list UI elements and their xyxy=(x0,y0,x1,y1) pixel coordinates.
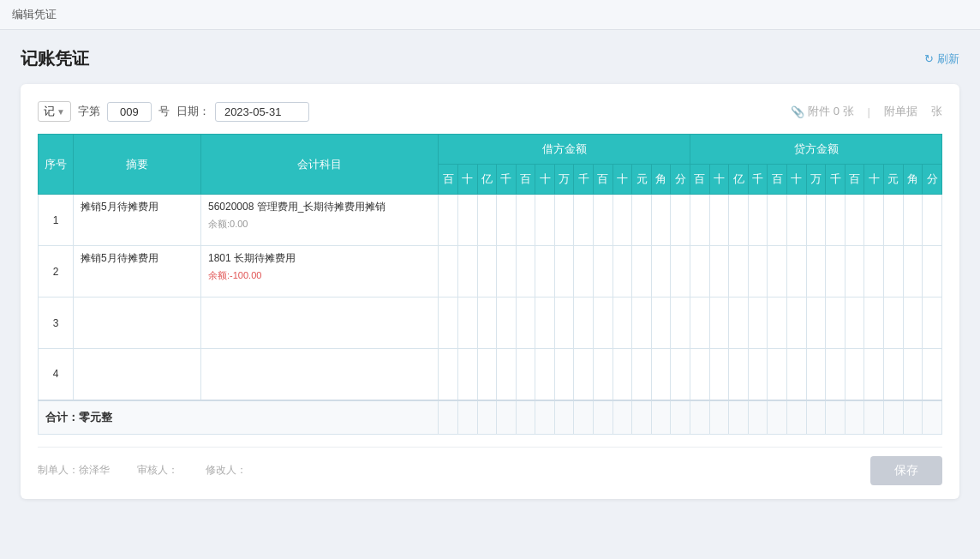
row1-credit-d1[interactable] xyxy=(709,246,729,298)
total-credit-d12[interactable] xyxy=(903,400,923,435)
row0-credit-d0[interactable] xyxy=(690,195,710,246)
row2-debit-d12[interactable] xyxy=(671,298,690,349)
row0-credit-d10[interactable] xyxy=(884,195,904,246)
row2-debit-d8[interactable] xyxy=(594,298,613,349)
total-debit-d12[interactable] xyxy=(651,400,671,435)
row2-credit-d4[interactable] xyxy=(768,298,787,349)
total-debit-d3[interactable] xyxy=(477,400,497,435)
row3-debit-d11[interactable] xyxy=(651,349,671,400)
row-summary-2[interactable] xyxy=(74,298,201,349)
row1-credit-d10[interactable] xyxy=(884,246,904,298)
attach-single-label[interactable]: 附单据 xyxy=(884,104,917,119)
date-input[interactable] xyxy=(215,102,309,122)
total-debit-d1[interactable] xyxy=(439,400,458,435)
row3-credit-d0[interactable] xyxy=(690,349,710,400)
row2-credit-d11[interactable] xyxy=(903,298,923,349)
row1-credit-d8[interactable] xyxy=(845,246,864,298)
row0-credit-d3[interactable] xyxy=(748,195,768,246)
row0-credit-d2[interactable] xyxy=(729,195,749,246)
row2-debit-d4[interactable] xyxy=(516,298,535,349)
total-credit-d10[interactable] xyxy=(864,400,884,435)
row0-credit-d5[interactable] xyxy=(787,195,807,246)
row1-debit-d8[interactable] xyxy=(594,246,613,298)
total-credit-d3[interactable] xyxy=(729,400,749,435)
row1-debit-d6[interactable] xyxy=(554,246,574,298)
row0-debit-d12[interactable] xyxy=(671,195,690,246)
row0-credit-d6[interactable] xyxy=(806,195,826,246)
row-subject-0[interactable]: 56020008 管理费用_长期待摊费用摊销余额:0.00 xyxy=(201,195,439,246)
row0-credit-d4[interactable] xyxy=(768,195,787,246)
total-credit-d11[interactable] xyxy=(884,400,904,435)
total-debit-d8[interactable] xyxy=(574,400,594,435)
row1-debit-d12[interactable] xyxy=(671,246,690,298)
row1-credit-d2[interactable] xyxy=(729,246,749,298)
row1-credit-d5[interactable] xyxy=(787,246,807,298)
row-subject-2[interactable] xyxy=(201,298,439,349)
row1-credit-d9[interactable] xyxy=(864,246,884,298)
row2-credit-d3[interactable] xyxy=(748,298,768,349)
total-debit-d7[interactable] xyxy=(554,400,574,435)
row2-debit-d5[interactable] xyxy=(535,298,555,349)
row2-debit-d10[interactable] xyxy=(632,298,652,349)
row2-credit-d1[interactable] xyxy=(709,298,729,349)
total-credit-d5[interactable] xyxy=(768,400,787,435)
row3-credit-d4[interactable] xyxy=(768,349,787,400)
row1-debit-d1[interactable] xyxy=(457,246,477,298)
row0-debit-d7[interactable] xyxy=(574,195,594,246)
row1-debit-d10[interactable] xyxy=(632,246,652,298)
row2-debit-d6[interactable] xyxy=(554,298,574,349)
row0-debit-d0[interactable] xyxy=(439,195,458,246)
row1-credit-d0[interactable] xyxy=(690,246,710,298)
total-credit-d8[interactable] xyxy=(826,400,846,435)
row3-credit-d8[interactable] xyxy=(845,349,864,400)
row2-debit-d2[interactable] xyxy=(477,298,497,349)
row1-credit-d4[interactable] xyxy=(768,246,787,298)
row0-debit-d2[interactable] xyxy=(477,195,497,246)
row1-debit-d5[interactable] xyxy=(535,246,555,298)
row2-credit-d10[interactable] xyxy=(884,298,904,349)
row1-debit-d2[interactable] xyxy=(477,246,497,298)
row3-credit-d11[interactable] xyxy=(903,349,923,400)
total-credit-d13[interactable] xyxy=(923,400,942,435)
row3-debit-d7[interactable] xyxy=(574,349,594,400)
row1-credit-d3[interactable] xyxy=(748,246,768,298)
row0-debit-d11[interactable] xyxy=(651,195,671,246)
row0-debit-d4[interactable] xyxy=(516,195,535,246)
row3-debit-d9[interactable] xyxy=(612,349,632,400)
row2-debit-d9[interactable] xyxy=(612,298,632,349)
row0-credit-d11[interactable] xyxy=(903,195,923,246)
row3-debit-d5[interactable] xyxy=(535,349,555,400)
row3-debit-d3[interactable] xyxy=(497,349,517,400)
row3-credit-d2[interactable] xyxy=(729,349,749,400)
row3-credit-d6[interactable] xyxy=(806,349,826,400)
row3-credit-d9[interactable] xyxy=(864,349,884,400)
total-debit-d6[interactable] xyxy=(535,400,555,435)
row3-credit-d10[interactable] xyxy=(884,349,904,400)
total-debit-d10[interactable] xyxy=(612,400,632,435)
row1-debit-d0[interactable] xyxy=(439,246,458,298)
ji-selector[interactable]: 记 ▼ xyxy=(38,101,71,122)
row3-credit-d1[interactable] xyxy=(709,349,729,400)
row3-debit-d8[interactable] xyxy=(594,349,613,400)
row0-debit-d10[interactable] xyxy=(632,195,652,246)
row2-credit-d9[interactable] xyxy=(864,298,884,349)
row2-credit-d6[interactable] xyxy=(806,298,826,349)
row-subject-3[interactable] xyxy=(201,349,439,400)
row1-debit-d4[interactable] xyxy=(516,246,535,298)
total-credit-d9[interactable] xyxy=(845,400,864,435)
total-credit-d1[interactable] xyxy=(690,400,710,435)
row0-debit-d6[interactable] xyxy=(554,195,574,246)
row2-credit-d0[interactable] xyxy=(690,298,710,349)
row1-credit-d6[interactable] xyxy=(806,246,826,298)
row2-debit-d7[interactable] xyxy=(574,298,594,349)
row2-debit-d3[interactable] xyxy=(497,298,517,349)
row3-debit-d4[interactable] xyxy=(516,349,535,400)
save-button[interactable]: 保存 xyxy=(870,456,942,485)
row2-credit-d5[interactable] xyxy=(787,298,807,349)
row0-credit-d1[interactable] xyxy=(709,195,729,246)
row3-debit-d1[interactable] xyxy=(457,349,477,400)
row0-debit-d8[interactable] xyxy=(594,195,613,246)
row1-debit-d7[interactable] xyxy=(574,246,594,298)
row3-debit-d12[interactable] xyxy=(671,349,690,400)
row-summary-1[interactable]: 摊销5月待摊费用 xyxy=(74,246,201,298)
